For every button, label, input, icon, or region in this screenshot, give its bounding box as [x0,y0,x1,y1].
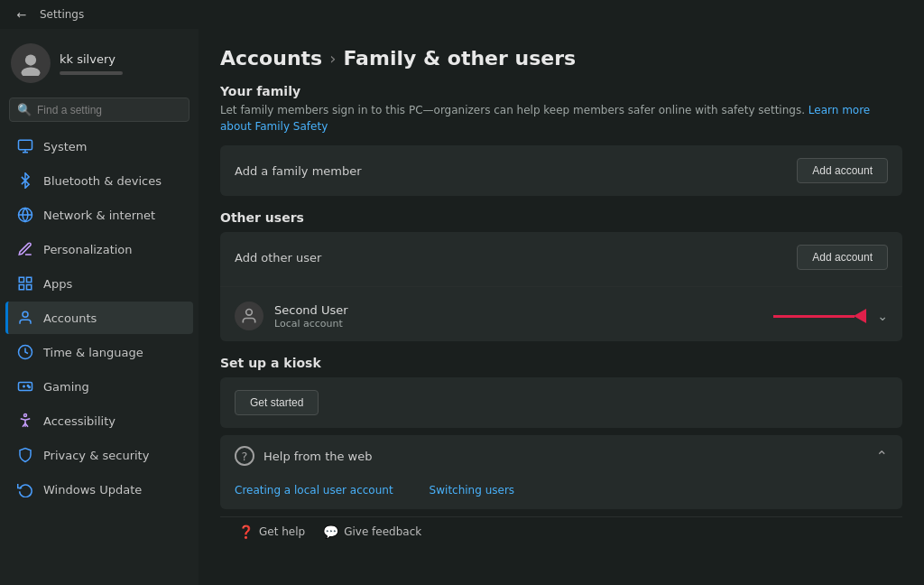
sidebar-item-network[interactable]: Network & internet [5,199,193,231]
bluetooth-icon [16,172,34,190]
sidebar-item-accessibility[interactable]: Accessibility [5,404,193,437]
personalization-icon [16,240,34,258]
network-icon [16,206,34,224]
help-icon: ? [235,446,254,466]
sidebar-item-privacy[interactable]: Privacy & security [5,439,193,471]
sidebar-item-accessibility-label: Accessibility [43,414,116,428]
svg-rect-8 [27,277,32,282]
svg-rect-7 [19,277,23,282]
profile-name: kk silvery [60,52,188,66]
kiosk-card: Get started [220,377,902,428]
sidebar-item-bluetooth[interactable]: Bluetooth & devices [5,164,193,197]
gaming-icon [16,377,34,395]
get-help-icon: ❓ [238,525,254,539]
other-users-title: Other users [220,210,902,225]
help-header[interactable]: ? Help from the web ⌃ [220,435,902,477]
sidebar-item-accounts-label: Accounts [43,311,97,325]
kiosk-title: Set up a kiosk [220,356,902,370]
search-box[interactable]: 🔍 [9,98,189,122]
breadcrumb-current: Family & other users [343,47,576,70]
app-title: Settings [40,8,84,21]
breadcrumb-separator: › [329,49,336,68]
profile-bar [60,71,123,75]
main-content: Accounts › Family & other users Your fam… [199,29,924,585]
help-header-left: ? Help from the web [235,446,373,466]
get-help-action[interactable]: ❓ Get help [238,525,305,539]
sidebar-item-system[interactable]: System [5,130,193,162]
search-input[interactable] [37,104,181,116]
add-other-user-row: Add other user Add account [220,232,902,283]
svg-point-1 [22,67,41,76]
other-users-card: Add other user Add account Second User L… [220,232,902,341]
chevron-right-icon: ⌄ [877,309,888,323]
accessibility-icon [16,412,34,430]
add-family-row: Add a family member Add account [220,145,902,196]
system-icon [16,137,34,155]
arrow-annotation [773,309,866,323]
svg-point-17 [29,386,31,388]
your-family-desc: Let family members sign in to this PC—or… [220,102,902,135]
arrow-head [854,309,866,323]
avatar [11,43,51,83]
sidebar-item-time[interactable]: Time & language [5,336,193,368]
breadcrumb-parent[interactable]: Accounts [220,47,322,70]
help-link-switching[interactable]: Switching users [430,484,514,497]
kiosk-row: Get started [220,377,902,428]
add-family-btn[interactable]: Add account [797,158,888,183]
sidebar-item-accounts[interactable]: Accounts [5,302,193,334]
divider [220,286,902,287]
add-family-card: Add a family member Add account [220,145,902,196]
add-family-label: Add a family member [235,164,362,178]
sidebar: kk silvery 🔍 System Bluetooth & devices … [0,29,199,585]
sidebar-item-bluetooth-label: Bluetooth & devices [43,174,162,188]
apps-icon [16,274,34,292]
sidebar-item-personalization-label: Personalization [43,243,133,256]
sidebar-item-update[interactable]: Windows Update [5,473,193,506]
help-links: Creating a local user account Switching … [220,477,902,509]
accounts-icon [16,309,34,327]
add-other-label: Add other user [235,251,321,265]
svg-rect-2 [19,140,32,150]
sidebar-item-apps-label: Apps [43,277,72,291]
help-link-local-account[interactable]: Creating a local user account [235,484,393,497]
sidebar-item-apps[interactable]: Apps [5,267,193,300]
svg-rect-9 [19,285,23,290]
svg-point-19 [246,310,253,316]
breadcrumb: Accounts › Family & other users [220,47,902,70]
profile-section: kk silvery [0,29,199,94]
get-started-btn[interactable]: Get started [235,390,319,415]
feedback-icon: 💬 [323,525,338,539]
profile-info: kk silvery [60,52,188,75]
your-family-title: Your family [220,84,902,98]
sidebar-item-gaming-label: Gaming [43,380,89,394]
svg-rect-10 [27,285,32,290]
help-card: ? Help from the web ⌃ Creating a local u… [220,435,902,509]
arrow-body [773,315,855,318]
get-help-label: Get help [259,525,305,538]
title-bar: ← Settings [0,0,924,29]
sidebar-item-privacy-label: Privacy & security [43,449,149,462]
sidebar-item-update-label: Windows Update [43,483,142,497]
help-chevron-icon: ⌃ [876,448,888,465]
svg-point-18 [24,414,27,417]
feedback-label: Give feedback [344,525,421,538]
give-feedback-action[interactable]: 💬 Give feedback [323,525,421,539]
back-button[interactable]: ← [11,4,32,25]
svg-point-0 [25,54,36,65]
sidebar-item-time-label: Time & language [43,346,143,359]
time-icon [16,343,34,361]
bottom-bar: ❓ Get help 💬 Give feedback [220,516,902,546]
sidebar-item-gaming[interactable]: Gaming [5,370,193,403]
user-row[interactable]: Second User Local account ⌄ [220,291,902,341]
user-avatar [235,302,263,330]
sidebar-item-system-label: System [43,140,87,153]
update-icon [16,480,34,498]
search-icon: 🔍 [17,103,32,116]
privacy-icon [16,446,34,464]
sidebar-item-personalization[interactable]: Personalization [5,233,193,265]
add-other-btn[interactable]: Add account [797,245,888,270]
help-title: Help from the web [263,450,373,463]
sidebar-item-network-label: Network & internet [43,209,155,222]
svg-point-11 [23,311,28,317]
